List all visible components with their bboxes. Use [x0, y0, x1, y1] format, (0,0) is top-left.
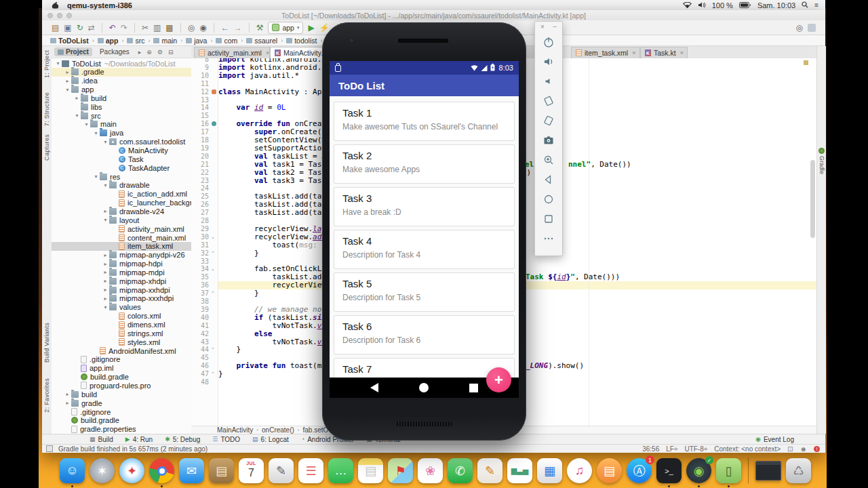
toolwindow-button-6-logcat[interactable]: ▤6: Logcat: [252, 436, 289, 443]
apply-changes-icon[interactable]: ⚡: [319, 24, 330, 32]
breadcrumb-item-com[interactable]: com: [216, 37, 237, 45]
gradle-sync-icon[interactable]: ↻: [77, 24, 83, 32]
dock-trash-icon[interactable]: ♺: [786, 458, 811, 483]
toolwindow-button-4-run[interactable]: ▶4: Run: [125, 436, 153, 443]
tree-disclosure-arrow[interactable]: ▸: [102, 252, 109, 258]
hector-icon[interactable]: ☻: [800, 445, 807, 453]
hide-panel-icon[interactable]: ⊟: [168, 49, 174, 56]
tool-stripe-build-variants[interactable]: Build Variants: [43, 323, 50, 363]
tree-disclosure-arrow[interactable]: ▾: [83, 121, 90, 127]
menubar-clock[interactable]: Sam. 10:03: [757, 1, 795, 9]
tree-item-ic-action-add-xml[interactable]: ic_action_add.xml: [52, 190, 192, 199]
toolwindow-button-build[interactable]: ▦Build: [90, 436, 113, 443]
editor-nav-item[interactable]: onCreate(): [262, 426, 294, 434]
open-icon[interactable]: ▤: [52, 24, 59, 32]
tree-item-res[interactable]: ▾res: [52, 172, 192, 181]
tree-item-app[interactable]: ▾app: [52, 85, 192, 94]
emulator-minimize-icon[interactable]: −: [553, 23, 557, 30]
tree-disclosure-arrow[interactable]: ▸: [64, 78, 71, 84]
tool-stripe-2-favorites[interactable]: 2: Favorites: [43, 378, 50, 413]
code-line-27[interactable]: taskList.add(task3): [218, 209, 340, 217]
project-panel-tab-packages[interactable]: Packages: [96, 47, 133, 56]
tree-item--gitignore[interactable]: .gitignore: [52, 355, 192, 364]
breadcrumb-item-src[interactable]: src: [127, 37, 144, 45]
toolwindow-button-event-log[interactable]: ◉Event Log: [755, 436, 794, 443]
dock-android-studio-icon[interactable]: ◉✓: [686, 458, 711, 483]
battery-icon[interactable]: [739, 1, 751, 9]
tree-item-strings-xml[interactable]: strings.xml: [52, 329, 192, 338]
code-line-44[interactable]: }: [218, 346, 241, 354]
build-icon[interactable]: ⚒: [256, 24, 264, 32]
tree-item-dimens-xml[interactable]: dimens.xml: [52, 321, 192, 329]
tree-item-src[interactable]: ▾src: [52, 111, 192, 120]
window-titlebar[interactable]: ToDoList [~/Downloads/ToDoList] - .../ap…: [42, 10, 825, 21]
close-tab-icon[interactable]: ×: [632, 49, 635, 56]
forward-icon[interactable]: →: [234, 24, 242, 32]
tree-disclosure-arrow[interactable]: ▾: [64, 87, 71, 93]
run-icon[interactable]: ▶: [308, 24, 314, 32]
zoom-button[interactable]: [541, 152, 556, 167]
tree-item-drawable[interactable]: ▾drawable: [52, 181, 192, 190]
tree-disclosure-arrow[interactable]: ▾: [102, 217, 109, 223]
breadcrumb-item-app[interactable]: app: [98, 37, 119, 45]
line-separator-selector[interactable]: LF÷: [666, 445, 677, 453]
spotlight-search-icon[interactable]: [802, 1, 808, 9]
back-button[interactable]: [541, 172, 556, 187]
tree-item-todolist[interactable]: ▾ToDoList~/Downloads/ToDoList: [52, 59, 192, 68]
tree-disclosure-arrow[interactable]: ▸: [102, 278, 109, 284]
tree-item-gradle-properties[interactable]: gradle.properties: [52, 425, 192, 434]
editor-tab-Task-kt[interactable]: KTask.kt×: [640, 47, 688, 58]
dock-maps-icon[interactable]: ⚑: [388, 458, 413, 483]
overview-button[interactable]: [541, 211, 556, 226]
tree-item-mipmap-xxhdpi[interactable]: ▸mipmap-xxhdpi: [52, 285, 192, 294]
tree-item-libs[interactable]: libs: [52, 102, 192, 111]
lock-icon[interactable]: ⊡: [787, 445, 793, 453]
fold-marker[interactable]: ⌃: [211, 370, 215, 378]
dock-pages-icon[interactable]: ✎: [477, 458, 502, 483]
volume-down-button[interactable]: [541, 74, 556, 89]
tree-disclosure-arrow[interactable]: ▾: [54, 60, 62, 66]
code-line-37[interactable]: }: [218, 289, 259, 298]
tree-item--gitignore[interactable]: .gitignore: [52, 407, 192, 416]
tree-disclosure-arrow[interactable]: ▸: [64, 391, 71, 397]
wifi-icon[interactable]: [683, 1, 692, 9]
avatar[interactable]: [808, 24, 816, 32]
paste-icon[interactable]: ▩: [165, 24, 173, 32]
dock-android-emulator-icon[interactable]: ▯: [716, 458, 741, 483]
notification-center-icon[interactable]: ≡: [814, 1, 818, 9]
fold-marker[interactable]: ⌃: [211, 346, 215, 354]
tree-item-build[interactable]: ▸build: [52, 390, 192, 399]
tree-disclosure-arrow[interactable]: ▾: [92, 174, 100, 180]
tree-disclosure-arrow[interactable]: ▾: [92, 130, 100, 136]
dock-numbers-icon[interactable]: ▆▃▅: [507, 458, 532, 483]
fold-marker[interactable]: ⌃: [211, 249, 215, 258]
tree-item-layout[interactable]: ▾layout: [52, 216, 192, 224]
tree-disclosure-arrow[interactable]: ▸: [102, 269, 109, 275]
tree-disclosure-arrow[interactable]: ▾: [102, 182, 109, 188]
task-card[interactable]: Task 5Description for Task 5: [334, 272, 515, 312]
android-home-button[interactable]: [419, 383, 429, 392]
tree-disclosure-arrow[interactable]: ▸: [102, 261, 109, 267]
code-line-14[interactable]: var id = 0L: [218, 104, 285, 112]
tool-stripe-7-structure[interactable]: 7: Structure: [43, 92, 50, 126]
tree-item-mipmap-xhdpi[interactable]: ▸mipmap-xhdpi: [52, 277, 192, 285]
dock-terminal-icon[interactable]: >_: [656, 458, 682, 483]
rotate-left-button[interactable]: [541, 94, 556, 108]
redo-icon[interactable]: ↷: [121, 24, 127, 32]
task-card[interactable]: Task 1Make awesome Tuts on SSaurel's Cha…: [334, 102, 515, 141]
error-indicator-icon[interactable]: !: [814, 446, 820, 452]
frontmost-app-name[interactable]: qemu-system-i386: [67, 1, 132, 9]
tree-disclosure-arrow[interactable]: ▾: [102, 139, 109, 145]
gradle-tool-window-button[interactable]: Gradle: [817, 148, 826, 174]
dock-messages-icon[interactable]: …: [328, 458, 353, 483]
dock-minimized-window[interactable]: [755, 461, 781, 481]
tree-item-main[interactable]: ▾main: [52, 120, 192, 129]
tree-item-mipmap-xxxhdpi[interactable]: ▸mipmap-xxxhdpi: [52, 294, 192, 303]
find-icon[interactable]: ◎: [188, 24, 195, 32]
settings-gear-icon[interactable]: ⚙: [157, 49, 163, 56]
code-line-10[interactable]: import java.util.*: [218, 72, 299, 80]
editor-tab-activity_main-xml[interactable]: activity_main.xml×: [194, 47, 270, 58]
class-gutter-icon[interactable]: [212, 89, 216, 94]
caret-position[interactable]: 36:56: [642, 445, 659, 453]
tree-item-proguard-rules-pro[interactable]: proguard-rules.pro: [52, 381, 192, 390]
